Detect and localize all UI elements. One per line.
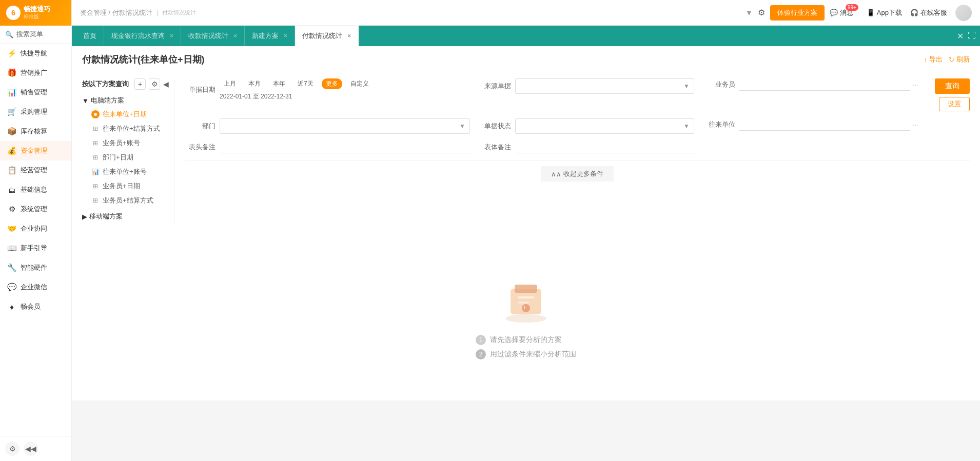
date-this-year[interactable]: 本年 xyxy=(269,78,289,89)
receipt-stat-label: 收款情况统计 xyxy=(188,31,228,41)
sidebar-item-hardware[interactable]: 🔧 智能硬件 xyxy=(0,258,71,277)
tab-new-scheme[interactable]: 新建方案 × xyxy=(245,26,295,46)
tab-home[interactable]: 首页 xyxy=(76,26,104,46)
date-last-7[interactable]: 近7天 xyxy=(293,78,318,89)
search-menu[interactable]: 🔍 搜索菜单 xyxy=(0,26,71,44)
svg-rect-2 xyxy=(515,285,537,293)
sidebar-item-basic[interactable]: 🗂 基础信息 xyxy=(0,180,71,199)
counterpart-ellipsis[interactable]: ··· xyxy=(912,121,918,129)
sidebar-item-member[interactable]: ♦ 畅会员 xyxy=(0,297,71,316)
breadcrumb-sub: 付款情况统计 xyxy=(162,9,196,16)
date-more[interactable]: 更多 xyxy=(322,78,342,89)
scheme-staff-date[interactable]: ⊞ 业务员+日期 xyxy=(89,179,169,193)
refresh-label: 刷新 xyxy=(956,55,970,64)
sidebar-item-sales[interactable]: 📊 销售管理 xyxy=(0,83,71,102)
counterpart-input[interactable] xyxy=(739,118,910,131)
sidebar-item-quick-nav[interactable]: ⚡ 快捷导航 xyxy=(0,44,71,63)
sidebar-item-guide[interactable]: 📖 新手引导 xyxy=(0,238,71,258)
tab-payment-stat[interactable]: 付款情况统计 × xyxy=(295,26,359,46)
sidebar-item-label: 销售管理 xyxy=(21,88,47,97)
close-tab-new-scheme[interactable]: × xyxy=(284,32,287,39)
filter-row-1: 单据日期 上月 本月 本年 近7天 更多 自定义 20 xyxy=(185,78,970,111)
date-custom[interactable]: 自定义 xyxy=(346,78,373,89)
sidebar-item-finance[interactable]: 💰 资金管理 xyxy=(0,141,71,161)
close-tab-receipt[interactable]: × xyxy=(233,32,237,39)
scheme-unit-account[interactable]: 📊 往来单位+账号 xyxy=(89,165,169,179)
close-tab-payment[interactable]: × xyxy=(347,32,351,39)
close-window-btn[interactable]: ✕ xyxy=(957,31,964,41)
scheme-unit-settle[interactable]: ⊞ 往来单位+结算方式 xyxy=(89,122,169,136)
doc-status-select[interactable]: ▼ xyxy=(515,118,694,134)
purchase-icon: 🛒 xyxy=(7,107,16,116)
scheme-settings-btn[interactable]: ⚙ xyxy=(149,78,160,90)
filter-actions: 查询 设置 xyxy=(929,78,970,111)
sidebar-header: 6 畅捷通巧 标准版 xyxy=(0,0,71,26)
add-scheme-btn[interactable]: + xyxy=(134,78,146,90)
tab-receipt-stat[interactable]: 收款情况统计 × xyxy=(181,26,245,46)
sidebar-item-purchase[interactable]: 🛒 采购管理 xyxy=(0,102,71,122)
online-service-btn[interactable]: 🎧 在线客服 xyxy=(910,8,947,17)
industry-btn[interactable]: 体验行业方案 xyxy=(770,5,825,21)
export-icon: ↑ xyxy=(924,56,928,64)
app-download-btn[interactable]: 📱 App下载 xyxy=(867,8,902,17)
desktop-group-title[interactable]: ▼ 电脑端方案 xyxy=(82,94,169,107)
topbar-settings-icon[interactable]: ⚙ xyxy=(758,8,765,17)
logo-sub: 标准版 xyxy=(24,13,50,21)
counterpart-label: 往来单位 xyxy=(704,120,735,129)
collapse-arrow-icon: ∧∧ xyxy=(551,170,561,178)
staff-input[interactable] xyxy=(739,78,910,91)
topbar-expand-icon[interactable]: ▼ xyxy=(746,9,753,17)
messages-btn[interactable]: 💬 消息 99+ xyxy=(830,8,853,17)
sidebar: 6 畅捷通巧 标准版 🔍 搜索菜单 ⚡ 快捷导航 🎁 营销推广 📊 销售管理 🛒… xyxy=(0,0,72,461)
refresh-btn[interactable]: ↻ 刷新 xyxy=(949,55,970,64)
body-note-input[interactable] xyxy=(515,141,694,153)
sidebar-item-label: 新手引导 xyxy=(21,244,47,253)
svg-rect-4 xyxy=(518,302,529,304)
scheme-collapse-btn[interactable]: ◀ xyxy=(163,80,169,88)
scheme-dept-date[interactable]: ⊞ 部门+日期 xyxy=(89,150,169,165)
expand-window-btn[interactable]: ⛶ xyxy=(968,31,976,41)
sidebar-item-collab[interactable]: 🤝 企业协同 xyxy=(0,219,71,238)
user-avatar[interactable] xyxy=(955,5,972,21)
scheme-label: 业务员+结算方式 xyxy=(103,196,153,205)
doc-status-label: 单据状态 xyxy=(480,122,511,131)
doc-status-field: 单据状态 ▼ xyxy=(480,118,694,134)
date-last-month[interactable]: 上月 xyxy=(220,78,240,89)
scheme-panel-label: 按以下方案查询 xyxy=(82,79,129,89)
mobile-group-title[interactable]: ▶ 移动端方案 xyxy=(82,210,169,223)
sidebar-item-label: 资金管理 xyxy=(21,146,47,155)
setting-btn[interactable]: 设置 xyxy=(939,97,970,111)
scheme-unit-date[interactable]: 往来单位+日期 xyxy=(89,107,169,122)
collapse-sidebar-button[interactable]: ◀◀ xyxy=(24,442,38,456)
header-note-field: 表头备注 xyxy=(185,141,470,153)
date-this-month[interactable]: 本月 xyxy=(244,78,265,89)
staff-field: 业务员 ··· xyxy=(704,78,918,91)
app-icon: 📱 xyxy=(867,9,875,16)
export-btn[interactable]: ↑ 导出 xyxy=(924,55,943,64)
doc-status-chevron: ▼ xyxy=(683,123,690,130)
sidebar-footer: ⚙ ◀◀ xyxy=(0,436,71,461)
staff-ellipsis[interactable]: ··· xyxy=(912,81,918,89)
system-icon: ⚙ xyxy=(7,205,16,214)
collapse-more-btn[interactable]: ∧∧ 收起更多条件 xyxy=(541,166,614,182)
source-doc-label: 来源单据 xyxy=(480,82,511,91)
breadcrumb: 资金管理 / 付款情况统计 | 付款情况统计 xyxy=(80,8,740,17)
message-count: 99+ xyxy=(846,4,858,11)
sidebar-item-inventory[interactable]: 📦 库存核算 xyxy=(0,122,71,141)
query-btn[interactable]: 查询 xyxy=(935,78,970,94)
scheme-staff-settle[interactable]: ⊞ 业务员+结算方式 xyxy=(89,193,169,208)
sidebar-item-operation[interactable]: 📋 经营管理 xyxy=(0,161,71,180)
scheme-staff-account[interactable]: ⊞ 业务员+账号 xyxy=(89,136,169,150)
sidebar-item-wechat[interactable]: 💬 企业微信 xyxy=(0,277,71,297)
marketing-icon: 🎁 xyxy=(7,68,16,77)
sidebar-item-marketing[interactable]: 🎁 营销推广 xyxy=(0,63,71,83)
dept-select[interactable]: ▼ xyxy=(220,118,470,134)
header-note-input[interactable] xyxy=(220,141,470,153)
close-tab-cash-flow[interactable]: × xyxy=(170,32,173,39)
sidebar-item-label: 快捷导航 xyxy=(21,49,47,58)
tab-cash-flow[interactable]: 现金银行流水查询 × xyxy=(104,26,181,46)
sidebar-item-system[interactable]: ⚙ 系统管理 xyxy=(0,199,71,219)
source-doc-select[interactable]: ▼ xyxy=(515,78,694,94)
settings-button[interactable]: ⚙ xyxy=(5,442,19,456)
filter-row-3: 表头备注 表体备注 xyxy=(185,141,970,153)
